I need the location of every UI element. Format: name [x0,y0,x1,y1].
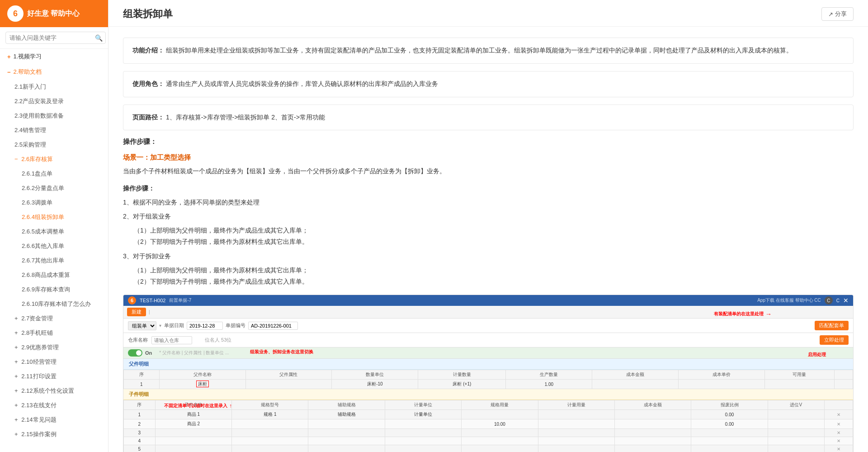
sidebar-item-docs-211[interactable]: + 2.11打印设置 [0,369,108,384]
sc-toolbar: 组装单 ▾ 单据日期 单据编号 有装配清单的在这里处理 → 匹配配套单 [123,319,853,333]
sc-lower-th-5: 规格用量 [462,400,538,410]
sc-toggle[interactable] [128,349,142,357]
role-label: 使用角色： [132,80,164,87]
sc-annotation-action: 启用处理 [808,352,826,358]
sidebar-item-docs-21[interactable]: 2.1新手入门 [0,80,108,94]
main-area: 组装拆卸单 ↗ 分享 功能介绍： 组装拆卸单用来处理企业组装或拆卸等加工业务，支… [108,0,868,452]
sc-ok-btn[interactable]: 立即处理 [820,335,849,345]
row-delete-icon[interactable]: ✕ [837,422,840,427]
row-delete-icon[interactable]: ✕ [837,412,840,417]
sc-no-input[interactable] [248,322,298,330]
sidebar-item-docs-263[interactable]: 2.6.3调拨单 [0,195,108,210]
sidebar-item-video-label: 1.视频学习 [14,52,42,61]
sidebar-item-docs-213[interactable]: + 2.13在线支付 [0,398,108,413]
sidebar-item-docs[interactable]: − 2.帮助文档 [0,64,108,80]
sc-row-title-label: * 父件名称 | 父件属性 | 数量单位 ... [159,350,229,356]
sidebar-item-docs-26[interactable]: − 2.6库存核算 [0,152,108,167]
sc-upper-td-seq: 1 [124,380,160,389]
sc-count-label: 位名人 53位 [205,337,231,343]
path-block: 页面路径： 1、库存核算->库存管理->组装拆卸单 2、首页->常用功能 [123,105,854,131]
sidebar-item-docs-266[interactable]: 2.6.6其他入库单 [0,239,108,253]
sc-lower-th-0: 序 [124,400,156,410]
sc-type-select[interactable]: 组装单 [128,321,156,330]
sidebar-item-docs-29[interactable]: + 2.9优惠券管理 [0,340,108,355]
sc-warehouse-input[interactable] [151,336,192,344]
label: 2.6.10库存账本错了怎么办 [22,300,91,307]
sc-annotation-action-text: 启用处理 [808,352,826,357]
sc-date-input[interactable] [187,322,223,330]
sc-arrow-right: → [765,310,772,318]
sc-tab-new[interactable]: 新建 [127,308,146,316]
sc-close-icon[interactable]: ✕ [843,297,849,304]
main-header: 组装拆卸单 ↗ 分享 [108,0,868,27]
sidebar-item-docs-215[interactable]: + 2.15操作案例 [0,427,108,442]
sc-lower-td-4-3 [308,445,385,452]
sc-annotation-right: 有装配清单的在这里处理 → [714,310,772,318]
sidebar-item-docs-24[interactable]: 2.4销售管理 [0,123,108,138]
sc-titlebar: 6 TEST-H002 前置单据-7 App下载 在线客服 帮助中心 CC C … [123,295,853,306]
sc-annotation-middle: 组装业务、拆卸业务在这里切换 [250,349,313,355]
row-delete-icon[interactable]: ✕ [837,430,840,435]
sidebar-item-docs-2610[interactable]: 2.6.10库存账本错了怎么办 [0,297,108,311]
sidebar-item-docs-label: 2.帮助文档 [14,68,42,76]
table-row: 3✕ [124,429,853,437]
sc-lower-td-0-7 [614,410,691,419]
sc-upper-td-attr [245,380,332,389]
sidebar-item-docs-27[interactable]: + 2.7资金管理 [0,311,108,326]
share-button[interactable]: ↗ 分享 [821,7,854,21]
search-input[interactable] [5,32,106,44]
sidebar-item-docs-25[interactable]: 2.5采购管理 [0,138,108,152]
sidebar-item-docs-264[interactable]: 2.6.4组装拆卸单 [0,210,108,224]
sidebar-item-docs-261[interactable]: 2.6.1盘点单 [0,167,108,181]
label: 2.8手机旺铺 [21,329,53,336]
sc-logo: 6 [128,296,136,305]
sc-lower-td-2-1 [155,429,231,437]
label: 2.14常见问题 [21,416,56,423]
sc-topbar-text: TEST-H002 [140,298,165,303]
sc-no-label: 单据编号 [226,322,245,329]
sc-lower-td-3-action: ✕ [824,437,853,445]
sidebar-item-docs-262[interactable]: 2.6.2分量盘点单 [0,181,108,195]
sc-field-row2: 仓库名称 位名人 53位 立即处理 组装业务、拆卸业务在这里切换 启用处理 [123,333,853,347]
minus-icon-26: − [14,156,18,162]
sidebar-item-video[interactable]: + 1.视频学习 [0,49,108,64]
sc-lower-td-0-1: 商品 1 [155,410,231,419]
path-text: 1、库存核算->库存管理->组装拆卸单 2、首页->常用功能 [166,114,325,121]
sc-lower-td-2-6 [538,429,614,437]
plus-icon-214: + [14,416,18,423]
row-delete-icon[interactable]: ✕ [837,438,840,443]
sc-upper-th-9 [834,370,853,380]
sc-lower-td-3-1 [155,437,231,445]
sc-upper-td-cost [592,380,679,389]
sidebar-item-docs-265[interactable]: 2.6.5成本调整单 [0,224,108,239]
search-icon[interactable]: 🔍 [95,34,103,42]
operation-steps-section: 操作步骤： 场景一：加工类型选择 当由多个子件材料组装成一个成品的业务为【组装】… [123,138,854,452]
sidebar-item-docs-269[interactable]: 2.6.9库存账本查询 [0,282,108,297]
sc-lower-td-1-5: 10.00 [462,419,538,429]
label: 2.6.8商品成本重算 [22,271,70,278]
sc-matching-btn[interactable]: 匹配配套单 [815,321,849,330]
label: 2.15操作案例 [21,431,56,438]
sc-user-avatar: C [825,296,833,305]
path-label: 页面路径： [132,114,164,121]
sidebar-item-docs-212[interactable]: + 2.12系统个性化设置 [0,384,108,398]
sidebar-item-docs-267[interactable]: 2.6.7其他出库单 [0,253,108,268]
table-row: 1商品 1规格 1辅助规格计量单位0.00✕ [124,410,853,419]
sidebar-item-docs-22[interactable]: 2.2产品安装及登录 [0,94,108,109]
sc-upper-td-action [834,380,853,389]
sidebar-item-docs-210[interactable]: + 2.10经营管理 [0,355,108,369]
step2-2: （2）下部明细为子件明细，最终作为原材料生成其它出库单。 [134,236,854,247]
sc-annotation-right-text: 有装配清单的在这里处理 [714,311,764,317]
sidebar-item-docs-28[interactable]: + 2.8手机旺铺 [0,326,108,340]
sidebar-item-docs-214[interactable]: + 2.14常见问题 [0,413,108,427]
sc-lower-td-1-1: 商品 2 [155,419,231,429]
sc-lower-th-2: 规格型号 [232,400,308,410]
sidebar-item-docs-268[interactable]: 2.6.8商品成本重算 [0,268,108,282]
sc-lower-td-1-4 [385,419,461,429]
intro-label: 功能介绍： [132,47,164,54]
row-delete-icon[interactable]: ✕ [837,447,840,452]
sidebar-item-docs-23[interactable]: 2.3使用前数据准备 [0,109,108,123]
sc-lower-th-4: 计量单位 [385,400,461,410]
minus-icon: − [7,69,11,76]
sc-lower-td-1-9 [768,419,824,429]
